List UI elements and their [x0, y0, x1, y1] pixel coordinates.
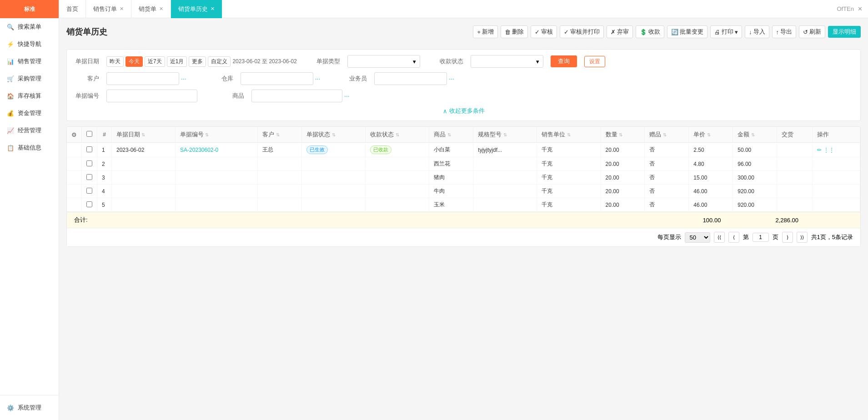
- row-checkbox-3[interactable]: [86, 188, 92, 194]
- select-all-checkbox[interactable]: [86, 131, 92, 137]
- table-cell: [302, 198, 366, 212]
- export-button[interactable]: ↑ 导出: [772, 25, 797, 38]
- customer-input[interactable]: [106, 72, 179, 85]
- display-detail-button[interactable]: 显示明细: [828, 26, 861, 38]
- page-first-button[interactable]: ⟨⟨: [714, 232, 725, 243]
- table-row: 12023-06-02SA-20230602-0王总已生效已收款小白菜tyjyj…: [67, 143, 860, 157]
- date-btn-yesterday[interactable]: 昨天: [106, 56, 124, 67]
- audit-print-icon: ✓: [564, 29, 569, 35]
- table-cell: [777, 185, 813, 198]
- edit-action-0[interactable]: ✏: [817, 147, 822, 153]
- th-goods[interactable]: 商品 ⇅: [429, 127, 473, 143]
- pagination-bar: 每页显示 50 100 200 ⟨⟨ ⟨ 第 页 ⟩ ⟩⟩ 共1页，5条记录: [67, 228, 860, 246]
- table-cell: [366, 198, 429, 212]
- date-btn-more[interactable]: 更多: [189, 56, 206, 67]
- search-icon: 🔍: [7, 23, 14, 30]
- collapse-button[interactable]: ∧ 收起更多条件: [443, 107, 485, 115]
- th-doc-number[interactable]: 单据编号 ⇅: [176, 127, 258, 143]
- th-spec-type[interactable]: 规格型号 ⇅: [473, 127, 537, 143]
- goods-input[interactable]: [251, 90, 342, 102]
- th-action-label: 操作: [817, 131, 829, 138]
- th-gear[interactable]: ⚙: [67, 127, 82, 143]
- row-checkbox-0[interactable]: [86, 146, 92, 152]
- tab-home[interactable]: 首页: [59, 0, 86, 18]
- th-doc-status-label: 单据状态: [306, 131, 330, 138]
- query-button[interactable]: 查询: [551, 55, 577, 67]
- th-customer[interactable]: 客户 ⇅: [258, 127, 302, 143]
- date-btn-last1month[interactable]: 近1月: [167, 56, 187, 67]
- th-amount[interactable]: 金额 ⇅: [733, 127, 777, 143]
- warehouse-input[interactable]: [241, 72, 313, 85]
- salesperson-input[interactable]: [374, 72, 447, 85]
- delete-button[interactable]: 🗑 删除: [501, 25, 528, 38]
- table-cell: [813, 171, 860, 185]
- tab-sales-order-label: 销售订单: [93, 5, 117, 13]
- sidebar-item-sales-mgmt[interactable]: 📊 销售管理: [0, 53, 59, 70]
- th-unit-price[interactable]: 单价 ⇅: [689, 127, 733, 143]
- th-sales-unit[interactable]: 销售单位 ⇅: [537, 127, 601, 143]
- row-checkbox-1[interactable]: [86, 160, 92, 166]
- sidebar-item-ops-mgmt[interactable]: 📈 经营管理: [0, 122, 59, 139]
- sidebar-item-sys-mgmt[interactable]: ⚙️ 系统管理: [0, 399, 59, 416]
- page-last-button[interactable]: ⟩⟩: [797, 232, 808, 243]
- sidebar-item-basic-info[interactable]: 📋 基础信息: [0, 139, 59, 156]
- page-size-select[interactable]: 50 100 200: [685, 232, 710, 243]
- abandon-button[interactable]: ✗ 弃审: [607, 25, 633, 38]
- collect-button[interactable]: 💲 收款: [636, 25, 664, 38]
- doc-number-link-0[interactable]: SA-20230602-0: [180, 147, 218, 153]
- more-action-0[interactable]: ⋮⋮: [823, 147, 834, 153]
- collect-status-select[interactable]: ▾: [471, 55, 543, 68]
- date-btn-last7[interactable]: 近7天: [145, 56, 165, 67]
- page-next-button[interactable]: ⟩: [782, 232, 793, 243]
- sidebar-item-inventory-calc[interactable]: 🏠 库存核算: [0, 87, 59, 105]
- th-quantity[interactable]: 数量 ⇅: [601, 127, 645, 143]
- doc-type-select[interactable]: ▾: [347, 55, 420, 68]
- doc-number-input[interactable]: [106, 90, 197, 102]
- topbar-close[interactable]: ✕: [858, 5, 863, 12]
- tab-sales-history-close[interactable]: ✕: [211, 6, 215, 12]
- customer-ellipsis[interactable]: ···: [181, 75, 186, 82]
- tab-sales-order[interactable]: 销售订单 ✕: [86, 0, 131, 18]
- row-checkbox-4[interactable]: [86, 201, 92, 207]
- tab-sales-goods[interactable]: 销货单 ✕: [131, 0, 171, 18]
- page-input[interactable]: [753, 233, 769, 242]
- new-button[interactable]: + 新增: [473, 25, 498, 38]
- row-checkbox-2[interactable]: [86, 174, 92, 180]
- doc-number-label: 单据编号: [74, 92, 99, 100]
- th-doc-status[interactable]: 单据状态 ⇅: [302, 127, 366, 143]
- sort-icon-doc-status: ⇅: [332, 132, 336, 137]
- doc-status-badge-0: 已生效: [306, 145, 328, 154]
- import-button[interactable]: ↓ 导入: [745, 25, 769, 38]
- salesperson-ellipsis[interactable]: ···: [449, 75, 454, 82]
- tab-sales-history[interactable]: 销货单历史 ✕: [171, 0, 222, 18]
- table-settings-icon[interactable]: ⚙: [71, 131, 77, 138]
- tab-sales-goods-close[interactable]: ✕: [159, 6, 163, 12]
- table-cell: 2: [97, 157, 112, 171]
- date-btn-custom[interactable]: 自定义: [208, 56, 231, 67]
- table-cell: 千克: [537, 185, 601, 198]
- sidebar-item-search-menu[interactable]: 🔍 搜索菜单: [0, 18, 59, 35]
- page-prev-button[interactable]: ⟨: [728, 232, 739, 243]
- goods-ellipsis[interactable]: ···: [344, 92, 350, 100]
- print-button[interactable]: 🖨 打印 ▾: [710, 25, 742, 38]
- sidebar-item-quick-nav[interactable]: ⚡ 快捷导航: [0, 35, 59, 53]
- th-doc-date[interactable]: 单据日期 ⇅: [112, 127, 176, 143]
- audit-button[interactable]: ✓ 审核: [531, 25, 557, 38]
- tab-sales-order-close[interactable]: ✕: [120, 6, 124, 12]
- topbar-right: OfTEn ✕: [837, 5, 868, 12]
- date-btn-today[interactable]: 今天: [125, 56, 143, 67]
- th-gift[interactable]: 赠品 ⇅: [645, 127, 689, 143]
- sidebar-item-fund-mgmt[interactable]: 💰 资金管理: [0, 105, 59, 122]
- warehouse-ellipsis[interactable]: ···: [315, 75, 321, 82]
- th-collect-status[interactable]: 收款状态 ⇅: [366, 127, 429, 143]
- sort-icon-quantity: ⇅: [619, 132, 622, 137]
- table-cell: [258, 157, 302, 171]
- audit-print-button[interactable]: ✓ 审核并打印: [560, 25, 604, 38]
- batch-change-button[interactable]: 🔄 批量变更: [667, 25, 707, 38]
- refresh-button[interactable]: ↺ 刷新: [799, 25, 825, 38]
- cart-icon: 🛒: [7, 75, 14, 82]
- settings-button[interactable]: 设置: [584, 56, 605, 67]
- table-cell: 4: [97, 185, 112, 198]
- table-cell: [813, 185, 860, 198]
- sidebar-item-purchase-mgmt[interactable]: 🛒 采购管理: [0, 70, 59, 87]
